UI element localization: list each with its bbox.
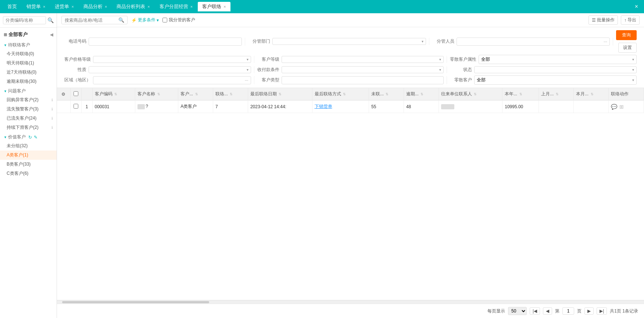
chevron-price-icon: ▾ [247, 57, 248, 61]
col-not-contacted[interactable]: 未联... ⇅ [369, 88, 404, 100]
nature-select[interactable]: ▾ [89, 66, 251, 73]
nav-purchase[interactable]: 进货单 × [50, 2, 78, 11]
retail-attr-select[interactable]: 全部 ▾ [479, 55, 637, 64]
sidebar-item-tomorrow[interactable]: 明天待联络(1) [0, 59, 57, 68]
col-last-date[interactable]: 最后联络日期 ⇅ [248, 88, 312, 100]
row-actions: 💬 ⊞ [609, 100, 644, 113]
sidebar-group-problem[interactable]: ▼ 问题客户 [0, 86, 57, 95]
first-page-button[interactable]: |◀ [530, 307, 540, 315]
col-last-month[interactable]: 上月... ⇅ [539, 88, 574, 100]
nav-customer-tier[interactable]: 客户分层经营 × [155, 2, 197, 11]
customer-level-select[interactable]: ▾ [282, 56, 444, 63]
price-level-select[interactable]: ▾ [93, 56, 251, 63]
nav-goods-analysis[interactable]: 商品分析 × [79, 2, 111, 11]
col-this-year[interactable]: 本年... ⇅ [502, 88, 539, 100]
status-select[interactable]: ▾ [474, 66, 637, 73]
sidebar-item-churn-warning[interactable]: 流失预警客户(3) ℹ [0, 105, 57, 114]
close-customer-contact-icon[interactable]: × [223, 4, 226, 9]
search-icon[interactable]: 🔍 [118, 17, 124, 23]
close-goods-analysis-icon[interactable]: × [105, 4, 107, 9]
sidebar-item-ungrouped[interactable]: 未分组(32) [0, 141, 57, 151]
last-page-button[interactable]: ▶| [597, 307, 607, 315]
retail-select[interactable]: 全部 ▾ [474, 75, 637, 85]
select-all-checkbox[interactable] [74, 91, 78, 96]
filter-payment: 收付款条件 ▾ [254, 66, 447, 73]
row-overdue: 48 [404, 100, 439, 113]
row-last-method[interactable]: 下销货单 [312, 100, 369, 113]
chevron-nature-icon: ▾ [247, 68, 248, 72]
sidebar-search-icon[interactable]: 🔍 [47, 17, 54, 23]
sidebar-item-overdue[interactable]: 逾期未联络(30) [0, 77, 57, 86]
nav-home[interactable]: 首页 [3, 2, 21, 11]
col-overdue[interactable]: 逾期... ⇅ [404, 88, 439, 100]
filter-row-1: 电话号码 分管部门 ▾ 分管人员 ··· 查询 [61, 30, 640, 53]
col-customer-name[interactable]: 客户名称 ⇅ [135, 88, 178, 100]
data-table: ⚙ 客户编码 ⇅ 客户名称 ⇅ 客户... ⇅ 联络... ⇅ 最后联络日期 ⇅… [57, 88, 644, 113]
close-purchase-icon[interactable]: × [71, 4, 74, 9]
col-customer-type[interactable]: 客户... ⇅ [178, 88, 213, 100]
person-select[interactable]: ··· [457, 38, 610, 46]
per-page-select[interactable]: 50 100 [508, 307, 527, 315]
close-sales-icon[interactable]: × [43, 4, 45, 9]
nav-goods-analysis-list[interactable]: 商品分析列表 × [112, 2, 154, 11]
sidebar-item-a-class[interactable]: A类客户(1) [0, 151, 57, 160]
sidebar-all-customers[interactable]: ⊞ 全部客户 ◀ [0, 29, 57, 40]
close-all-tabs-button[interactable]: × [632, 3, 641, 10]
my-customers-checkbox[interactable]: 我分管的客户 [162, 17, 195, 23]
sidebar-content: ⊞ 全部客户 ◀ ▼ 待联络客户 今天待联络(0) 明天待联络(1) 近7天待联… [0, 28, 57, 318]
pagination: 每页显示 50 100 |◀ ◀ 第 页 ▶ ▶| 共1页 1条记录 [57, 304, 644, 318]
col-checkbox-header[interactable] [70, 88, 81, 100]
payment-select[interactable]: ▾ [282, 66, 444, 73]
sidebar-item-7days[interactable]: 近7天待联络(0) [0, 68, 57, 77]
sidebar-item-c-class[interactable]: C类客户(6) [0, 169, 57, 178]
col-this-month[interactable]: 本月... ⇅ [574, 88, 609, 100]
customer-type-input[interactable] [282, 76, 444, 84]
scrollbar-thumb[interactable] [62, 301, 209, 303]
col-customer-code[interactable]: 客户编码 ⇅ [92, 88, 135, 100]
next-page-button[interactable]: ▶ [584, 307, 594, 315]
sidebar-collapse-icon[interactable]: ◀ [50, 32, 53, 37]
row-settings [57, 100, 70, 113]
chat-action-icon[interactable]: 💬 [611, 104, 617, 110]
close-customer-tier-icon[interactable]: × [190, 4, 193, 9]
sidebar: 🔍 ⊞ 全部客户 ◀ ▼ 待联络客户 今天待联络(0) 明天待联络(1) 近7天… [0, 13, 57, 318]
col-contact-count[interactable]: 联络... ⇅ [213, 88, 248, 100]
sidebar-item-b-class[interactable]: B类客户(33) [0, 160, 57, 169]
settings-button[interactable]: 设置 [618, 43, 637, 53]
col-settings[interactable]: ⚙ [57, 88, 70, 100]
query-button[interactable]: 查询 [616, 30, 637, 40]
col-unit-contact[interactable]: 往来单位联系人 ⇅ [439, 88, 502, 100]
row-idx: 1 [81, 100, 92, 113]
row-name[interactable]: ? [135, 100, 178, 113]
qr-action-icon[interactable]: ⊞ [619, 104, 624, 110]
sidebar-item-today[interactable]: 今天待联络(0) [0, 49, 57, 59]
sidebar-item-repurchase-abnormal[interactable]: 回购异常客户(2) ℹ [0, 95, 57, 105]
more-filter-button[interactable]: ⚡ 更多条件 ▾ [131, 17, 159, 23]
close-goods-list-icon[interactable]: × [147, 4, 150, 9]
batch-icon: ☰ [592, 18, 596, 23]
edit-icon[interactable]: ✎ [34, 135, 37, 140]
nav-sales[interactable]: 销货单 × [22, 2, 50, 11]
sidebar-item-declining[interactable]: 持续下滑客户(2) ℹ [0, 123, 57, 132]
my-customers-check-input[interactable] [162, 18, 167, 22]
nav-customer-contact[interactable]: 客户联络 × [198, 2, 230, 11]
dept-select[interactable]: ▾ [272, 38, 426, 45]
region-select[interactable]: ··· [93, 76, 251, 84]
sidebar-search-input[interactable] [3, 16, 46, 24]
page-number-input[interactable] [562, 307, 574, 315]
sidebar-group-value[interactable]: ▼ 价值客户 ↻ ✎ [0, 132, 57, 141]
prev-page-button[interactable]: ◀ [543, 307, 552, 315]
phone-input[interactable] [89, 38, 242, 46]
filter-icon: ⚡ [131, 18, 137, 23]
sidebar-group-pending[interactable]: ▼ 待联络客户 [0, 40, 57, 49]
col-last-method[interactable]: 最后联络方式 ⇅ [312, 88, 369, 100]
refresh-icon[interactable]: ↻ [28, 135, 32, 140]
sidebar-item-churned[interactable]: 已流失客户(24) ℹ [0, 114, 57, 123]
row-checkbox[interactable] [70, 100, 81, 113]
search-input[interactable] [65, 18, 117, 23]
row-select-checkbox[interactable] [74, 104, 78, 109]
batch-op-button[interactable]: ☰ 批量操作 [588, 15, 618, 25]
horizontal-scrollbar[interactable] [57, 300, 644, 304]
filter-row-3: 性质 ▾ 收付款条件 ▾ 状态 [61, 66, 640, 73]
export-button[interactable]: ↑ 导出 [621, 15, 640, 25]
